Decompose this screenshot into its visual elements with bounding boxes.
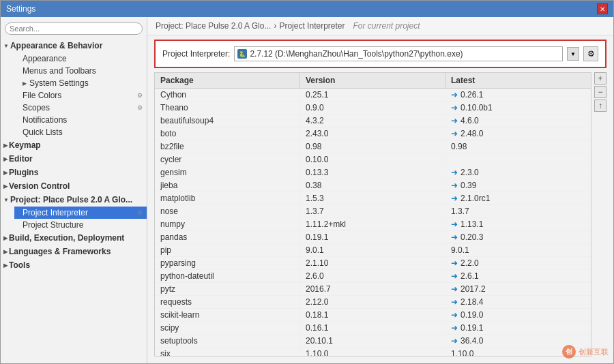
expand-icon (3, 142, 8, 149)
table-row[interactable]: pandas0.19.1➜0.20.3 (155, 231, 591, 244)
update-arrow-icon: ➜ (451, 284, 458, 294)
interpreter-select[interactable]: 🐍 2.7.12 (D:\MenghanZhou\Han_Tools\pytho… (234, 46, 563, 61)
add-package-button[interactable]: + (594, 72, 606, 85)
package-version-cell: 1.3.7 (300, 205, 445, 217)
window-title: Settings (6, 4, 35, 14)
table-row[interactable]: python-dateutil2.6.0➜2.6.1 (155, 270, 591, 283)
sidebar-section-tools[interactable]: Tools (1, 258, 147, 272)
table-row[interactable]: six1.10.01.10.0 (155, 348, 591, 357)
package-name-cell: gensim (155, 166, 300, 179)
update-arrow-icon: ➜ (451, 129, 458, 138)
package-name-cell: python-dateutil (155, 270, 300, 282)
package-version-cell: 2.12.0 (300, 296, 445, 308)
sidebar-section-version-control[interactable]: Version Control (1, 179, 147, 193)
sidebar-item-scopes[interactable]: Scopes ⚙ (14, 102, 147, 114)
package-name-cell: Cython (155, 89, 300, 101)
sidebar-item-file-colors[interactable]: File Colors ⚙ (14, 89, 147, 102)
sidebar: Appearance & Behavior Appearance Menus a… (1, 17, 147, 363)
section-label: Appearance & Behavior (10, 41, 102, 50)
table-row[interactable]: matplotlib1.5.3➜2.1.0rc1 (155, 192, 591, 205)
package-name-cell: numpy (155, 218, 300, 230)
remove-package-button[interactable]: − (594, 86, 606, 98)
table-row[interactable]: boto2.43.0➜2.48.0 (155, 127, 591, 140)
package-name-cell: pandas (155, 231, 300, 243)
table-row[interactable]: pyparsing2.1.10➜2.2.0 (155, 257, 591, 270)
sidebar-item-system-settings[interactable]: System Settings (14, 77, 147, 89)
package-latest-cell: ➜0.19.0 (445, 309, 591, 321)
table-row[interactable]: nose1.3.71.3.7 (155, 205, 591, 218)
table-row[interactable]: setuptools20.10.1➜36.4.0 (155, 335, 591, 348)
sidebar-section-keymap[interactable]: Keymap (1, 138, 147, 152)
watermark-icon: 创 (562, 345, 576, 359)
table-row[interactable]: bz2file0.980.98 (155, 140, 591, 153)
sidebar-section-appearance-behavior[interactable]: Appearance & Behavior (1, 39, 147, 52)
update-arrow-icon: ➜ (451, 181, 458, 190)
section-label: Project: Place Pulse 2.0 A Glo... (10, 195, 132, 204)
table-row[interactable]: pip9.0.19.0.1 (155, 244, 591, 257)
table-row[interactable]: scikit-learn0.18.1➜0.19.0 (155, 309, 591, 322)
interpreter-path: 2.7.12 (D:\MenghanZhou\Han_Tools\python2… (250, 49, 559, 59)
col-header-latest: Latest (445, 73, 591, 88)
package-name-cell: six (155, 348, 300, 357)
interpreter-label: Project Interpreter: (162, 49, 230, 59)
breadcrumb-note: For current project (353, 21, 420, 31)
expand-icon (3, 262, 8, 269)
col-header-version: Version (300, 73, 445, 88)
table-row[interactable]: gensim0.13.3➜2.3.0 (155, 166, 591, 179)
package-version-cell: 1.10.0 (300, 348, 445, 357)
main-content: Appearance & Behavior Appearance Menus a… (1, 17, 613, 363)
sidebar-section-build-execution[interactable]: Build, Execution, Deployment (1, 231, 147, 245)
table-row[interactable]: Theano0.9.0➜0.10.0b1 (155, 102, 591, 115)
interpreter-settings-button[interactable]: ⚙ (583, 46, 598, 61)
sidebar-item-quick-lists[interactable]: Quick Lists (14, 126, 147, 138)
package-version-cell: 4.3.2 (300, 115, 445, 127)
title-bar-left: Settings (6, 4, 35, 14)
package-latest-cell: 1.3.7 (445, 205, 591, 217)
table-row[interactable]: jieba0.38➜0.39 (155, 179, 591, 192)
section-label: Tools (9, 260, 30, 270)
package-name-cell: jieba (155, 179, 300, 192)
package-name-cell: Theano (155, 102, 300, 114)
sidebar-section-plugins[interactable]: Plugins (1, 166, 147, 179)
table-row[interactable]: numpy1.11.2+mkl➜1.13.1 (155, 218, 591, 231)
breadcrumb-section: Project Interpreter (279, 21, 345, 31)
sidebar-item-project-interpreter[interactable]: Project Interpreter ⚙ (14, 207, 147, 219)
breadcrumb-sep (274, 21, 276, 31)
package-latest-cell: ➜2.3.0 (445, 166, 591, 179)
update-arrow-icon: ➜ (451, 103, 458, 112)
python-icon: 🐍 (237, 49, 247, 59)
section-label: Languages & Frameworks (9, 247, 111, 256)
section-label: Keymap (9, 140, 41, 150)
package-name-cell: setuptools (155, 335, 300, 347)
sidebar-section-languages-frameworks[interactable]: Languages & Frameworks (1, 245, 147, 258)
settings-icon: ⚙ (137, 104, 143, 111)
close-button[interactable]: ✕ (597, 3, 608, 14)
expand-icon (23, 80, 27, 87)
update-arrow-icon: ➜ (451, 219, 458, 229)
package-latest-cell: ➜2.2.0 (445, 257, 591, 269)
move-up-button[interactable]: ↑ (594, 100, 606, 112)
sidebar-section-project[interactable]: Project: Place Pulse 2.0 A Glo... (1, 193, 147, 207)
interpreter-dropdown-button[interactable]: ▼ (567, 47, 579, 61)
table-row[interactable]: requests2.12.0➜2.18.4 (155, 296, 591, 309)
sidebar-item-appearance[interactable]: Appearance (14, 52, 147, 65)
sidebar-item-notifications[interactable]: Notifications (14, 114, 147, 126)
table-row[interactable]: scipy0.16.1➜0.19.1 (155, 322, 591, 335)
table-row[interactable]: beautifulsoup44.3.2➜4.6.0 (155, 115, 591, 127)
item-label: Project Interpreter (23, 208, 88, 217)
sidebar-children-project: Project Interpreter ⚙ Project Structure (1, 207, 147, 231)
table-row[interactable]: pytz2016.7➜2017.2 (155, 283, 591, 296)
section-label: Build, Execution, Deployment (9, 233, 124, 243)
table-row[interactable]: cycler0.10.0 (155, 153, 591, 166)
sidebar-item-project-structure[interactable]: Project Structure (14, 219, 147, 231)
package-version-cell: 2.1.10 (300, 257, 445, 269)
expand-icon (3, 183, 8, 189)
sidebar-section-editor[interactable]: Editor (1, 152, 147, 166)
search-input[interactable] (5, 22, 143, 35)
update-arrow-icon: ➜ (451, 116, 458, 125)
sidebar-item-menus-toolbars[interactable]: Menus and Toolbars (14, 65, 147, 77)
table-row[interactable]: Cython0.25.1➜0.26.1 (155, 89, 591, 102)
package-latest-cell: 9.0.1 (445, 244, 591, 256)
package-latest-cell: ➜2.6.1 (445, 270, 591, 282)
package-name-cell: scipy (155, 322, 300, 334)
